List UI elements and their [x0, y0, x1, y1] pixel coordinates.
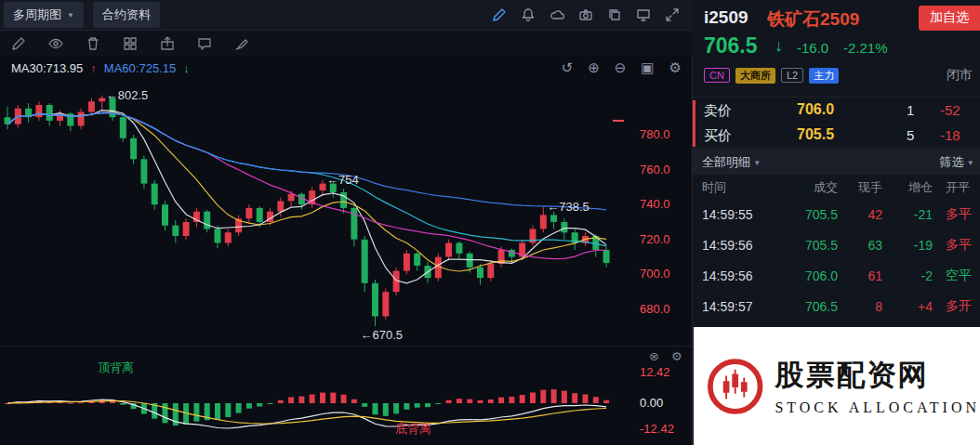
svg-text:底背离: 底背离	[395, 422, 431, 436]
svg-text:740.0: 740.0	[640, 197, 670, 211]
comment-icon[interactable]	[197, 36, 212, 51]
ask-row: 卖价 706.0 1 -52	[693, 98, 980, 124]
tape-row[interactable]: 14:59:55705.542-21多平	[693, 199, 980, 229]
undo-icon[interactable]: ↺	[562, 59, 574, 76]
all-details-label: 全部明细	[702, 154, 750, 171]
brand-text: 股票配资网 STOCK ALLOCATION	[775, 356, 980, 416]
tab-multi-period-label: 多周期图	[13, 7, 61, 23]
svg-text:←738.5: ←738.5	[547, 200, 589, 214]
tape-cell: 705.5	[784, 207, 838, 222]
svg-text:720.0: 720.0	[640, 232, 670, 246]
svg-text:700.0: 700.0	[640, 267, 670, 281]
export-share-icon[interactable]	[160, 36, 175, 51]
level2-tag: L2	[781, 68, 803, 83]
tab-contract-info[interactable]: 合约资料	[93, 2, 160, 28]
tape-cell: 多平	[933, 206, 972, 223]
candlestick-chart[interactable]: 780.0760.0740.0720.0700.0680.0←802.5←754…	[0, 82, 693, 347]
zoom-in-icon[interactable]: ⊕	[588, 59, 600, 76]
tape-row[interactable]: 14:59:56705.563-19多平	[693, 229, 980, 260]
tape-cell: 706.0	[784, 268, 838, 283]
chart-top-toolbar: 多周期图 ▼ 合约资料	[0, 0, 693, 31]
tape-cell: 63	[838, 238, 882, 253]
copy-layout-icon[interactable]	[607, 7, 622, 22]
ask-price: 706.0	[797, 101, 834, 118]
contract-name: 铁矿石2509	[767, 7, 859, 32]
tape-cell: 多开	[933, 298, 972, 315]
price-change-pct: -2.21%	[843, 40, 888, 56]
zoom-out-icon[interactable]: ⊖	[615, 59, 627, 76]
all-details-dropdown[interactable]: 全部明细 ▾	[702, 154, 760, 171]
svg-text:←670.5: ←670.5	[361, 328, 404, 342]
tab-multi-period[interactable]: 多周期图 ▼	[4, 2, 84, 28]
svg-text:760.0: 760.0	[640, 163, 670, 177]
chevron-down-icon: ▾	[755, 158, 760, 167]
tape-row[interactable]: 14:59:56706.061-2空平	[693, 260, 980, 291]
brand-subtitle: STOCK ALLOCATION	[775, 399, 980, 416]
tape-col-header: 增仓	[882, 179, 933, 196]
frame-icon[interactable]: ▣	[641, 59, 654, 76]
ask-bid-block: 卖价 706.0 1 -52 买价 705.5 5 -18	[693, 97, 980, 149]
chart-region: 多周期图 ▼ 合约资料	[0, 0, 693, 445]
indicator-settings-icon[interactable]: ⚙	[671, 349, 682, 363]
tape-table-header: 时间成交现手增仓开平	[693, 177, 980, 199]
macd-panel-controls: ⊗ ⚙	[649, 349, 682, 363]
price-down-arrow-icon: ↓	[775, 36, 783, 56]
quote-header: i2509 铁矿石2509 加自选	[693, 6, 980, 33]
indicator-legend-row: MA30:713.95 ↑ MA60:725.15 ↓ ↺ ⊕ ⊖ ▣ ⚙	[0, 56, 693, 80]
chart-settings-icon[interactable]: ⚙	[669, 59, 682, 76]
tape-cell: 14:59:56	[702, 268, 784, 283]
tape-col-header: 时间	[702, 179, 784, 196]
brand-title: 股票配资网	[775, 356, 980, 395]
tape-cell: 空平	[933, 268, 972, 284]
monitor-icon[interactable]	[636, 7, 651, 22]
last-price-row: 706.5 ↓ -16.0 -2.21%	[693, 33, 980, 61]
tape-cell: 705.5	[784, 238, 838, 253]
tape-cell: -21	[882, 207, 933, 222]
eye-visibility-icon[interactable]	[48, 36, 63, 51]
tape-row[interactable]: 14:59:57706.58+4多开	[693, 291, 980, 321]
tape-cell: 42	[838, 207, 882, 222]
bid-lots: 5	[907, 127, 914, 143]
down-arrow-icon: ↓	[183, 61, 190, 75]
bid-row: 买价 705.5 5 -18	[693, 123, 980, 149]
quote-panel: i2509 铁矿石2509 加自选 706.5 ↓ -16.0 -2.21% C…	[693, 0, 980, 445]
ask-change: -52	[940, 102, 960, 118]
trading-app: 多周期图 ▼ 合约资料	[0, 0, 980, 445]
up-arrow-icon: ↑	[90, 61, 97, 75]
cloud-icon[interactable]	[550, 7, 564, 22]
alert-bell-icon[interactable]	[521, 7, 536, 22]
camera-screenshot-icon[interactable]	[578, 7, 593, 22]
add-watchlist-button[interactable]: 加自选	[919, 6, 980, 31]
tape-cell: 14:59:57	[702, 299, 784, 314]
tape-col-header: 成交	[784, 179, 838, 196]
ma60-value: MA60:725.15	[104, 61, 176, 75]
filter-dropdown[interactable]: 筛选 ▾	[939, 154, 973, 171]
fullscreen-expand-icon[interactable]	[665, 7, 680, 22]
draw-pencil-icon[interactable]	[492, 7, 507, 22]
price-change: -16.0	[797, 40, 828, 56]
close-indicator-icon[interactable]: ⊗	[649, 349, 659, 363]
tape-cell: 14:59:55	[702, 207, 784, 222]
brush-icon[interactable]	[234, 36, 249, 51]
tape-cell: 706.5	[784, 299, 838, 314]
drawing-toolbar	[0, 31, 693, 56]
svg-text:780.0: 780.0	[640, 127, 670, 141]
detail-filter-row: 全部明细 ▾ 筛选 ▾	[693, 150, 980, 175]
bid-label: 买价	[704, 127, 732, 145]
bid-change: -18	[940, 127, 960, 143]
svg-text:-12.42: -12.42	[640, 422, 674, 436]
edit-pencil-icon[interactable]	[11, 36, 26, 51]
brand-banner: 股票配资网 STOCK ALLOCATION	[694, 327, 980, 445]
svg-text:12.42: 12.42	[640, 365, 670, 379]
market-tag-cn: CN	[704, 68, 730, 83]
last-price: 706.5	[704, 33, 758, 59]
grid-apps-icon[interactable]	[123, 36, 138, 51]
tape-cell: +4	[882, 299, 933, 314]
tape-col-header: 现手	[838, 179, 882, 196]
svg-text:0.00: 0.00	[640, 396, 663, 410]
brand-logo-icon	[707, 357, 763, 416]
macd-panel[interactable]: 12.420.00-12.42顶背离底背离	[0, 347, 693, 438]
trash-icon[interactable]	[86, 36, 100, 51]
ask-label: 卖价	[704, 102, 732, 120]
tape-cell: -19	[882, 238, 933, 253]
